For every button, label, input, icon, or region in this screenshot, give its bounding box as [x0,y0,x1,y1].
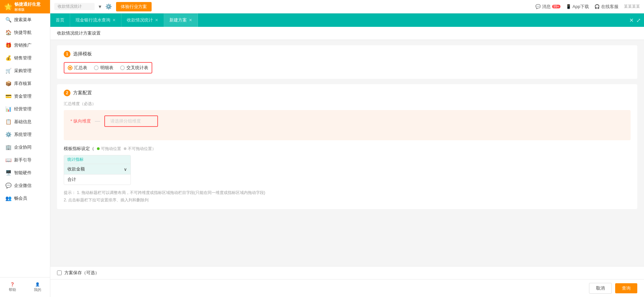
sidebar-item-basic-info[interactable]: 📋 基础信息 [0,115,50,128]
tab-bank-flow[interactable]: 现金银行流水查询 ✕ [70,13,121,27]
message-icon: 💬 [535,4,541,9]
headset-icon: 🎧 [594,4,600,9]
action-bar: 取消 查询 [50,279,644,297]
content-area: 收款情况统计方案设置 1 选择模板 汇总表 明细表 [50,27,644,297]
cancel-button[interactable]: 取消 [589,283,612,294]
content-body: 1 选择模板 汇总表 明细表 交叉统计表 [50,40,644,266]
page-title: 收款情况统计方案设置 [50,27,644,40]
metrics-hint-draggable: 可拖动位置 不可拖动位置） [97,146,156,152]
stats-col-header[interactable]: 收款金额 ∨ [64,164,130,175]
sidebar-item-quick-nav[interactable]: 🏠 快捷导航 [0,26,50,39]
sidebar: 🌟 畅捷通好生意 标准版 🔍 搜索菜单 🏠 快捷导航 🎁 营销推广 💰 销售管理… [0,0,50,297]
metrics-setting-label: 模板指标设定（ 可拖动位置 不可拖动位置） [64,146,631,152]
book-icon: 📖 [5,157,11,163]
stats-cell-total: 合计 [64,175,130,185]
card-icon: 💳 [5,93,11,99]
col-chevron-icon: ∨ [124,167,127,172]
sidebar-item-wechat[interactable]: 💬 企业微信 [0,179,50,192]
save-checkbox[interactable] [57,270,62,275]
section1-label: 选择模板 [73,51,92,57]
tips-area: 提示： 1. 拖动标题栏可以调整布局，不可跨维度或指标区域拖动栏目字段(只能在同… [64,189,631,204]
cart-icon: 🛒 [5,68,11,74]
section-template: 1 选择模板 汇总表 明细表 交叉统计表 [57,45,637,79]
dimension-group-title: 汇总维度（必选） [64,101,631,107]
radio-cross-circle [120,65,125,70]
query-button[interactable]: 查询 [615,283,637,293]
sidebar-item-purchase[interactable]: 🛒 采购管理 [0,64,50,77]
logo-badge: 标准版 [14,7,41,12]
sidebar-item-corp[interactable]: 🏢 企业协同 [0,141,50,154]
topbar-dropdown-button[interactable]: ▾ [99,3,101,10]
dimension-row-vertical: 纵向维度 — 请选择分组维度 [70,115,624,127]
sidebar-item-system[interactable]: ⚙️ 系统管理 [0,128,50,141]
sidebar-user[interactable]: 👤 我的 [25,280,50,294]
sidebar-bottom: ❓ 帮助 👤 我的 [0,277,50,297]
monitor-icon: 🖥️ [5,170,11,176]
dimension-placeholder[interactable]: 请选择分组维度 [104,115,158,127]
help-icon: ❓ [10,282,15,287]
app-logo: 🌟 畅捷通好生意 标准版 [0,0,50,13]
logo-text: 畅捷通好生意 [14,1,41,7]
sidebar-item-search[interactable]: 🔍 搜索菜单 [0,13,50,26]
tip1: 提示： 1. 拖动标题栏可以调整布局，不可跨维度或指标区域拖动栏目字段(只能在同… [64,189,631,197]
message-badge: 99+ [552,5,560,8]
tab-receipt-stats[interactable]: 收款情况统计 ✕ [121,13,164,27]
clipboard-icon: 📋 [5,119,11,125]
dimension-arrow: — [95,118,100,124]
service-button[interactable]: 🎧 在线客服 [594,4,619,10]
app-download-button[interactable]: 📱 App下载 [566,4,589,10]
topbar-breadcrumb: 收款情况统计 [54,3,95,10]
tab-close-receipt-stats[interactable]: ✕ [155,18,158,22]
drag-dot-green [97,147,100,150]
stats-table: 统计指标 收款金额 ∨ 合计 [64,155,131,185]
section1-title: 1 选择模板 [64,51,631,57]
sidebar-item-operation[interactable]: 📊 经营管理 [0,103,50,115]
sidebar-item-guide[interactable]: 📖 新手引导 [0,154,50,166]
tip2: 2. 点击标题栏下拉可设置排序、插入列和删除列 [64,197,631,204]
section-plan-config: 2 方案配置 汇总维度（必选） 纵向维度 — 请选择分组维度 模板指标设定（ [57,84,637,209]
tab-close-all-button[interactable]: ✕ [629,17,634,23]
box-icon: 📦 [5,81,11,87]
chat-icon: 💬 [5,183,11,189]
radio-detail[interactable]: 明细表 [94,65,113,71]
radio-summary-circle [68,65,72,70]
sidebar-item-member[interactable]: 👥 畅会员 [0,192,50,205]
tab-expand-button[interactable]: ⤢ [636,17,641,23]
user-name: 某某某某 [624,4,640,9]
radio-cross[interactable]: 交叉统计表 [120,65,148,71]
tab-close-new-plan[interactable]: ✕ [189,18,192,22]
user-icon: 👤 [35,282,40,287]
search-icon: 🔍 [5,17,11,23]
logo-icon: 🌟 [4,3,12,11]
stats-header: 统计指标 [64,155,130,164]
chart-icon: 📊 [5,106,11,112]
sidebar-item-inventory[interactable]: 📦 库存核算 [0,77,50,90]
trial-button[interactable]: 体验行业方案 [116,2,152,11]
main-area: 收款情况统计 ▾ ⚙️ 体验行业方案 💬 消息 99+ 📱 App下载 🎧 在线… [50,0,644,297]
section2-label: 方案配置 [73,90,92,96]
download-icon: 📱 [566,4,571,9]
drag-dot-gray [124,147,126,150]
building-icon: 🏢 [5,144,11,150]
tabbar: 首页 现金银行流水查询 ✕ 收款情况统计 ✕ 新建方案 ✕ ✕ ⤢ [50,13,644,27]
dimension-area: 纵向维度 — 请选择分组维度 [64,110,631,140]
topbar: 收款情况统计 ▾ ⚙️ 体验行业方案 💬 消息 99+ 📱 App下载 🎧 在线… [50,0,644,13]
section1-num: 1 [64,51,70,57]
money-icon: 💰 [5,55,11,61]
gift-icon: 🎁 [5,42,11,48]
radio-summary[interactable]: 汇总表 [68,65,87,71]
message-button[interactable]: 💬 消息 99+ [535,4,560,10]
sidebar-help[interactable]: ❓ 帮助 [0,280,25,294]
topbar-right: 💬 消息 99+ 📱 App下载 🎧 在线客服 某某某某 [535,4,640,10]
settings-icon[interactable]: ⚙️ [105,3,112,10]
tab-home[interactable]: 首页 [50,13,70,27]
radio-detail-circle [94,65,99,70]
sidebar-item-sales[interactable]: 💰 销售管理 [0,52,50,64]
sidebar-item-hardware[interactable]: 🖥️ 智能硬件 [0,166,50,179]
tab-new-plan[interactable]: 新建方案 ✕ [164,13,198,27]
tabbar-actions: ✕ ⤢ [626,13,644,27]
home-icon: 🏠 [5,30,11,36]
tab-close-bank-flow[interactable]: ✕ [112,18,116,22]
sidebar-item-finance[interactable]: 💳 资金管理 [0,90,50,103]
sidebar-item-marketing[interactable]: 🎁 营销推广 [0,39,50,52]
